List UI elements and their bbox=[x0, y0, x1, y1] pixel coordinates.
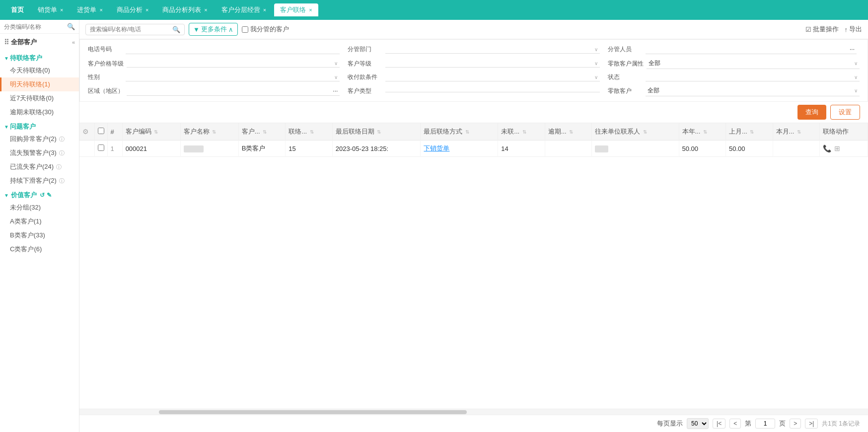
sidebar-group-problem[interactable]: ▼ 问题客户 bbox=[0, 119, 79, 132]
customer-type-select[interactable] bbox=[385, 90, 599, 92]
sort-code-icon[interactable]: ⇅ bbox=[154, 129, 158, 135]
row-num: 1 bbox=[107, 141, 122, 157]
status-select[interactable]: ∨ bbox=[646, 73, 860, 81]
sidebar-group-value[interactable]: ▼ 价值客户 ↺ ✎ bbox=[0, 188, 79, 201]
customer-grade-select[interactable]: ∨ bbox=[385, 60, 599, 68]
sort-type-icon[interactable]: ⇅ bbox=[263, 129, 267, 135]
region-select[interactable]: ··· bbox=[127, 86, 340, 96]
sidebar: 🔍 ⠿ 全部客户 « ▼ 待联络客户 今天待联络(0) 明天待联络(1) 近7天… bbox=[0, 20, 79, 432]
sidebar-7days-pending[interactable]: 近7天待联络(0) bbox=[0, 91, 79, 105]
nav-purchase[interactable]: 进货单 × bbox=[71, 3, 108, 16]
last-page-button[interactable]: >| bbox=[805, 419, 818, 429]
sidebar-search-box[interactable]: 🔍 bbox=[0, 20, 79, 34]
sort-year-icon[interactable]: ⇅ bbox=[703, 129, 707, 135]
close-sales-icon[interactable]: × bbox=[60, 7, 63, 13]
next-page-button[interactable]: > bbox=[790, 419, 801, 429]
sort-org-icon[interactable]: ⇅ bbox=[643, 129, 647, 135]
horizontal-scrollbar[interactable] bbox=[79, 409, 868, 415]
close-customer-tiered-icon[interactable]: × bbox=[263, 7, 266, 13]
main-search-input[interactable] bbox=[90, 26, 170, 33]
row-checkbox[interactable] bbox=[98, 144, 104, 151]
nav-customer-tiered[interactable]: 客户分层经营 × bbox=[216, 3, 272, 16]
close-customer-contact-icon[interactable]: × bbox=[309, 7, 312, 13]
customer-table: ⚙ # 客户编码 ⇅ 客户名称 ⇅ bbox=[79, 123, 868, 157]
sort-date-icon[interactable]: ⇅ bbox=[377, 129, 381, 135]
my-customers-checkbox-label[interactable]: 我分管的客户 bbox=[242, 25, 289, 34]
export-button[interactable]: ↑ 导出 bbox=[845, 25, 863, 34]
sidebar-overdue-pending[interactable]: 逾期未联络(30) bbox=[0, 105, 79, 119]
dept-chevron-icon: ∨ bbox=[594, 47, 598, 52]
main-search-box[interactable]: 🔍 bbox=[85, 24, 185, 35]
th-name: 客户名称 ⇅ bbox=[180, 123, 238, 141]
sort-no-contact-icon[interactable]: ⇅ bbox=[522, 129, 526, 135]
nav-home[interactable]: 首页 bbox=[5, 3, 30, 16]
select-all-checkbox[interactable] bbox=[98, 128, 104, 134]
status-chevron-icon: ∨ bbox=[854, 74, 858, 80]
sidebar-all-customers[interactable]: ⠿ 全部客户 « bbox=[0, 34, 79, 51]
sidebar-class-c[interactable]: C类客户(6) bbox=[0, 242, 79, 256]
page-number-input[interactable] bbox=[755, 419, 775, 429]
sidebar-repurchase-abnormal[interactable]: 回购异常客户(2) ⓘ bbox=[0, 132, 79, 146]
row-type: B类客户 bbox=[238, 141, 286, 157]
sidebar-today-pending[interactable]: 今天待联络(0) bbox=[0, 64, 79, 77]
row-checkbox-cell[interactable] bbox=[94, 141, 107, 157]
person-select[interactable]: ··· bbox=[646, 45, 857, 54]
th-org-contact: 往来单位联系人 ⇅ bbox=[592, 123, 679, 141]
sort-name-icon[interactable]: ⇅ bbox=[212, 129, 216, 135]
sidebar-search-icon[interactable]: 🔍 bbox=[67, 23, 75, 30]
batch-operation-button[interactable]: ☑ 批量操作 bbox=[805, 25, 839, 34]
sidebar-lost-customers[interactable]: 已流失客户(24) ⓘ bbox=[0, 160, 79, 174]
close-product-analysis-icon[interactable]: × bbox=[145, 7, 148, 13]
sidebar-ungrouped[interactable]: 未分组(32) bbox=[0, 201, 79, 215]
th-last-contact-date: 最后联络日期 ⇅ bbox=[332, 123, 421, 141]
phone-input[interactable] bbox=[126, 45, 340, 54]
page-size-select[interactable]: 50 bbox=[687, 418, 709, 429]
phone-action-icon[interactable]: 📞 bbox=[823, 144, 831, 152]
first-page-button[interactable]: |< bbox=[713, 419, 725, 429]
retail-customer-select[interactable]: 全部 ∨ bbox=[646, 85, 860, 96]
sort-contact-icon[interactable]: ⇅ bbox=[310, 129, 314, 135]
customer-price-select[interactable]: ∨ bbox=[127, 60, 340, 68]
sort-overdue-icon[interactable]: ⇅ bbox=[569, 129, 573, 135]
filter-person: 分管人员 ··· bbox=[608, 45, 860, 54]
close-product-list-icon[interactable]: × bbox=[204, 7, 207, 13]
sidebar-class-a[interactable]: A类客户(1) bbox=[0, 215, 79, 228]
sidebar-declining-customers[interactable]: 持续下滑客户(2) ⓘ bbox=[0, 174, 79, 188]
payment-select[interactable]: ∨ bbox=[385, 73, 599, 81]
filter-chevron-icon: ∧ bbox=[228, 26, 233, 33]
sort-method-icon[interactable]: ⇅ bbox=[465, 129, 469, 135]
gender-select[interactable]: ∨ bbox=[126, 73, 340, 81]
nav-sales[interactable]: 销货单 × bbox=[32, 3, 69, 16]
sidebar-search-input[interactable] bbox=[4, 23, 65, 30]
main-search-icon[interactable]: 🔍 bbox=[172, 26, 180, 33]
nav-customer-contact[interactable]: 客户联络 × bbox=[274, 3, 318, 16]
close-purchase-icon[interactable]: × bbox=[99, 7, 102, 13]
dept-select[interactable]: ∨ bbox=[385, 46, 599, 54]
row-contact-action: 📞 ⊞ bbox=[820, 141, 868, 157]
person-more-icon[interactable]: ··· bbox=[850, 46, 855, 53]
grid-action-icon[interactable]: ⊞ bbox=[834, 144, 840, 152]
retail-attr-select[interactable]: 全部 ∨ bbox=[647, 58, 860, 69]
nav-product-analysis-list[interactable]: 商品分析列表 × bbox=[156, 3, 213, 16]
query-button[interactable]: 查询 bbox=[797, 105, 826, 120]
sort-last-month-icon[interactable]: ⇅ bbox=[750, 129, 754, 135]
filter-panel: 电话号码 分管部门 ∨ 分管人员 ··· bbox=[79, 39, 868, 102]
sidebar-group-pending[interactable]: ▼ 待联络客户 bbox=[0, 51, 79, 64]
arrow-pending-icon: ▼ bbox=[4, 56, 9, 61]
collapse-icon[interactable]: « bbox=[72, 39, 75, 45]
gear-icon[interactable]: ⚙ bbox=[82, 128, 89, 136]
set-button[interactable]: 设置 bbox=[830, 105, 860, 120]
filter-retail-customer: 零散客户 全部 ∨ bbox=[608, 85, 860, 96]
nav-product-analysis[interactable]: 商品分析 × bbox=[111, 3, 154, 16]
row-this-year: 50.00 bbox=[679, 141, 726, 157]
prev-page-button[interactable]: < bbox=[729, 419, 741, 429]
sort-this-month-icon[interactable]: ⇅ bbox=[797, 129, 801, 135]
sidebar-churn-warning[interactable]: 流失预警客户(3) ⓘ bbox=[0, 146, 79, 160]
region-more-icon[interactable]: ··· bbox=[333, 87, 338, 94]
scroll-thumb[interactable] bbox=[159, 410, 467, 414]
my-customers-checkbox[interactable] bbox=[242, 26, 248, 33]
more-filter-button[interactable]: ▼ 更多条件 ∧ bbox=[189, 23, 238, 36]
sidebar-class-b[interactable]: B类客户(33) bbox=[0, 228, 79, 242]
sidebar-tomorrow-pending[interactable]: 明天待联络(1) bbox=[0, 77, 79, 91]
last-contact-method-link[interactable]: 下销货单 bbox=[424, 144, 449, 152]
